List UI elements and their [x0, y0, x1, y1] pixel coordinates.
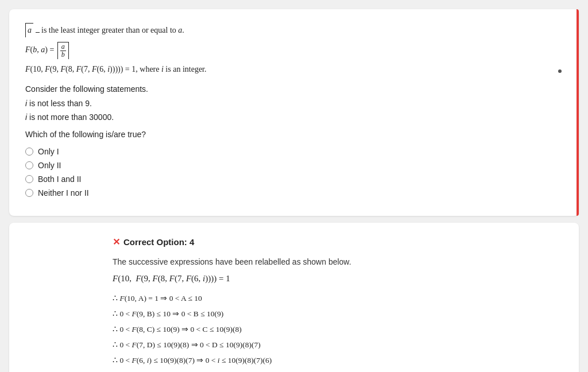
explanation-intro: The successive expressions have been rel…	[113, 255, 563, 268]
option-2-label: Only II	[38, 161, 61, 170]
correct-option-label: ✕ Correct Option: 4	[113, 237, 563, 247]
question-text: Which of the following is/are true?	[25, 130, 563, 139]
option-4-label: Neither I nor II	[38, 188, 89, 197]
option-1[interactable]: Only I	[25, 147, 563, 156]
option-3-label: Both I and II	[38, 175, 82, 184]
derivation-lines: ∴ F(10, A) = 1 ⇒ 0 < A ≤ 10 ∴ 0 < F(9, B…	[113, 290, 563, 368]
derivation-4: ∴ 0 < F(7, D) ≤ 10(9)(8) ⇒ 0 < D ≤ 10(9)…	[113, 337, 563, 352]
radio-2[interactable]	[25, 161, 33, 169]
answer-main-equation: F(10, F(9, F(8, F(7, F(6, i)))) = 1	[113, 274, 563, 284]
option-3[interactable]: Both I and II	[25, 175, 563, 184]
radio-1[interactable]	[25, 148, 33, 156]
red-bar	[577, 9, 579, 216]
ceiling-description: a is the least integer greater than or e…	[25, 23, 563, 37]
option-4[interactable]: Neither I nor II	[25, 188, 563, 197]
statement-2: i is not more than 30000.	[25, 111, 563, 123]
correct-option-text: Correct Option: 4	[123, 237, 194, 247]
formula-fba: F(b, a) = a b	[25, 42, 563, 59]
derivation-3: ∴ 0 < F(8, C) ≤ 10(9) ⇒ 0 < C ≤ 10(9)(8)	[113, 321, 563, 337]
statement-1: i is not less than 9.	[25, 97, 563, 110]
main-equation: F(10, F(9, F(8, F(7, F(6, i))))) = 1, wh…	[25, 63, 563, 76]
option-2[interactable]: Only II	[25, 161, 563, 170]
radio-3[interactable]	[25, 175, 33, 183]
derivation-1: ∴ F(10, A) = 1 ⇒ 0 < A ≤ 10	[113, 290, 563, 306]
x-icon: ✕	[113, 237, 120, 247]
dot-marker	[558, 69, 562, 73]
derivation-2: ∴ 0 < F(9, B) ≤ 10 ⇒ 0 < B ≤ 10(9)	[113, 306, 563, 321]
derivation-5: ∴ 0 < F(6, i) ≤ 10(9)(8)(7) ⇒ 0 < i ≤ 10…	[113, 352, 563, 368]
consider-label: Consider the following statements.	[25, 84, 563, 94]
radio-4[interactable]	[25, 189, 33, 197]
options-list: Only I Only II Both I and II Neither I n…	[25, 147, 563, 197]
answer-card: ✕ Correct Option: 4 The successive expre…	[9, 223, 579, 372]
question-card: a is the least integer greater than or e…	[9, 9, 579, 216]
option-1-label: Only I	[38, 147, 59, 156]
